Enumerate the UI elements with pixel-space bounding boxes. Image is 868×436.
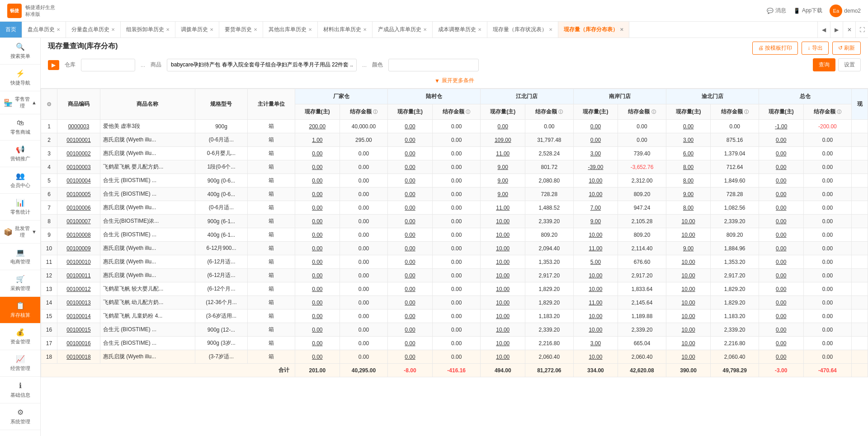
row-yb-qty[interactable]: 10.00 — [666, 228, 711, 242]
sidebar-item-operations[interactable]: 📈 经营管理 — [0, 350, 40, 377]
row-jb-qty[interactable]: 9.00 — [481, 160, 525, 174]
row-cf-qty[interactable]: 0.00 — [295, 269, 340, 282]
row-yb-qty[interactable]: 10.00 — [666, 337, 711, 350]
tab-product-in[interactable]: 产成品入库单历史 ✕ — [373, 22, 433, 38]
row-yb-qty[interactable]: 8.00 — [666, 174, 711, 188]
color-input[interactable] — [388, 59, 479, 71]
tab-split-count[interactable]: 分量盘点单历史 ✕ — [66, 22, 121, 38]
row-jb-qty[interactable]: 10.00 — [481, 323, 525, 337]
row-yb-qty[interactable]: 0.00 — [666, 120, 711, 133]
row-lc-qty[interactable]: 0.00 — [388, 350, 433, 364]
row-code[interactable]: 00100013 — [57, 296, 100, 309]
row-total-qty[interactable]: 0.00 — [759, 133, 803, 147]
row-total-qty[interactable]: 0.00 — [759, 269, 803, 282]
row-jb-qty[interactable]: 10.00 — [481, 282, 525, 296]
row-code[interactable]: 00100015 — [57, 323, 100, 337]
row-cf-qty[interactable]: 0.00 — [295, 323, 340, 337]
column-settings-icon[interactable]: ⚙ — [47, 101, 52, 108]
goods-ellipsis[interactable]: ... — [362, 62, 367, 68]
row-lc-qty[interactable]: 0.00 — [388, 120, 433, 133]
row-lc-qty[interactable]: 0.00 — [388, 337, 433, 350]
row-total-qty[interactable]: 0.00 — [759, 282, 803, 296]
tab-close-icon[interactable]: ✕ — [478, 27, 481, 32]
row-total-qty[interactable]: 0.00 — [759, 228, 803, 242]
row-na-qty[interactable]: 10.00 — [573, 174, 618, 188]
tab-close-icon[interactable]: ✕ — [363, 27, 367, 32]
row-code[interactable]: 00100011 — [57, 269, 100, 282]
row-yb-qty[interactable]: 6.00 — [666, 147, 711, 160]
row-na-qty[interactable]: 10.00 — [573, 269, 618, 282]
row-total-qty[interactable]: 0.00 — [759, 188, 803, 201]
user-area[interactable]: Ea demo2 — [830, 5, 861, 17]
row-code[interactable]: 00100002 — [57, 147, 100, 160]
row-yb-qty[interactable]: 3.00 — [666, 133, 711, 147]
tab-close-icon[interactable]: ✕ — [210, 27, 213, 32]
row-code[interactable]: 00100007 — [57, 215, 100, 228]
settings-btn[interactable]: 设置 — [838, 58, 861, 71]
sidebar-item-basic[interactable]: ℹ 基础信息 — [0, 377, 40, 403]
tab-close-all-btn[interactable]: ✕ — [843, 22, 855, 38]
row-yb-qty[interactable]: 10.00 — [666, 296, 711, 309]
sidebar-item-wholesale[interactable]: 📦 批发管理 ▼ — [0, 220, 40, 244]
row-na-qty[interactable]: 10.00 — [573, 309, 618, 323]
tab-material-out[interactable]: 材料出库单历史 ✕ — [318, 22, 373, 38]
sidebar-item-quick-nav[interactable]: ⚡ 快捷导航 — [0, 65, 40, 91]
warehouse-ellipsis[interactable]: ... — [141, 62, 145, 68]
tab-cost-adjust[interactable]: 成本调整单历史 ✕ — [433, 22, 487, 38]
sidebar-item-finance[interactable]: 💰 资金管理 — [0, 323, 40, 350]
row-yb-qty[interactable]: 8.00 — [666, 160, 711, 174]
row-code[interactable]: 00100004 — [57, 174, 100, 188]
app-download-btn[interactable]: 📱 App下载 — [793, 7, 822, 14]
row-lc-qty[interactable]: 0.00 — [388, 296, 433, 309]
row-lc-qty[interactable]: 0.00 — [388, 228, 433, 242]
row-code[interactable]: 00100006 — [57, 201, 100, 215]
tab-close-icon[interactable]: ✕ — [549, 27, 552, 32]
row-yb-qty[interactable]: 9.00 — [666, 242, 711, 255]
row-cf-qty[interactable]: 0.00 — [295, 147, 340, 160]
row-lc-qty[interactable]: 0.00 — [388, 255, 433, 269]
sidebar-item-ecommerce[interactable]: 💻 电商管理 — [0, 244, 40, 270]
row-code[interactable]: 00100008 — [57, 228, 100, 242]
refresh-btn[interactable]: ↺ 刷新 — [832, 42, 861, 55]
tab-close-icon[interactable]: ✕ — [166, 27, 170, 32]
row-jb-qty[interactable]: 10.00 — [481, 215, 525, 228]
jb-amt-info[interactable]: ⓘ — [558, 109, 563, 114]
lc-amt-info[interactable]: ⓘ — [466, 109, 470, 114]
row-lc-qty[interactable]: 0.00 — [388, 242, 433, 255]
row-na-qty[interactable]: 5.00 — [573, 255, 618, 269]
row-na-qty[interactable]: 11.00 — [573, 296, 618, 309]
row-cf-qty[interactable]: 0.00 — [295, 228, 340, 242]
row-cf-qty[interactable]: 0.00 — [295, 282, 340, 296]
yb-amt-info[interactable]: ⓘ — [744, 109, 749, 114]
tab-inventory-count[interactable]: 盘点单历史 ✕ — [22, 22, 66, 38]
tab-close-icon[interactable]: ✕ — [254, 27, 257, 32]
filter-toggle-btn[interactable]: ▶ — [48, 60, 59, 70]
row-na-qty[interactable]: 7.00 — [573, 201, 618, 215]
row-na-qty[interactable]: 3.00 — [573, 337, 618, 350]
row-code[interactable]: 00100005 — [57, 188, 100, 201]
row-na-qty[interactable]: 0.00 — [573, 133, 618, 147]
row-total-qty[interactable]: 0.00 — [759, 174, 803, 188]
row-total-qty[interactable]: 0.00 — [759, 201, 803, 215]
row-lc-qty[interactable]: 0.00 — [388, 174, 433, 188]
tab-transfer[interactable]: 调拨单历史 ✕ — [175, 22, 219, 38]
row-total-qty[interactable]: 0.00 — [759, 323, 803, 337]
row-jb-qty[interactable]: 10.00 — [481, 337, 525, 350]
row-jb-qty[interactable]: 10.00 — [481, 296, 525, 309]
tab-prev-btn[interactable]: ◀ — [817, 22, 830, 38]
row-total-qty[interactable]: -1.00 — [759, 120, 803, 133]
tab-close-icon[interactable]: ✕ — [111, 27, 115, 32]
row-cf-qty[interactable]: 0.00 — [295, 350, 340, 364]
cf-amt-info[interactable]: ⓘ — [373, 109, 377, 114]
row-cf-qty[interactable]: 0.00 — [295, 188, 340, 201]
sidebar-item-marketing[interactable]: 📢 营销推广 — [0, 141, 40, 167]
row-jb-qty[interactable]: 10.00 — [481, 269, 525, 282]
row-total-qty[interactable]: 0.00 — [759, 242, 803, 255]
row-jb-qty[interactable]: 10.00 — [481, 242, 525, 255]
row-total-qty[interactable]: 0.00 — [759, 337, 803, 350]
row-lc-qty[interactable]: 0.00 — [388, 323, 433, 337]
sidebar-item-system[interactable]: ⚙ 系统管理 — [0, 403, 40, 430]
row-yb-qty[interactable]: 10.00 — [666, 282, 711, 296]
row-jb-qty[interactable]: 10.00 — [481, 309, 525, 323]
row-cf-qty[interactable]: 200.00 — [295, 120, 340, 133]
